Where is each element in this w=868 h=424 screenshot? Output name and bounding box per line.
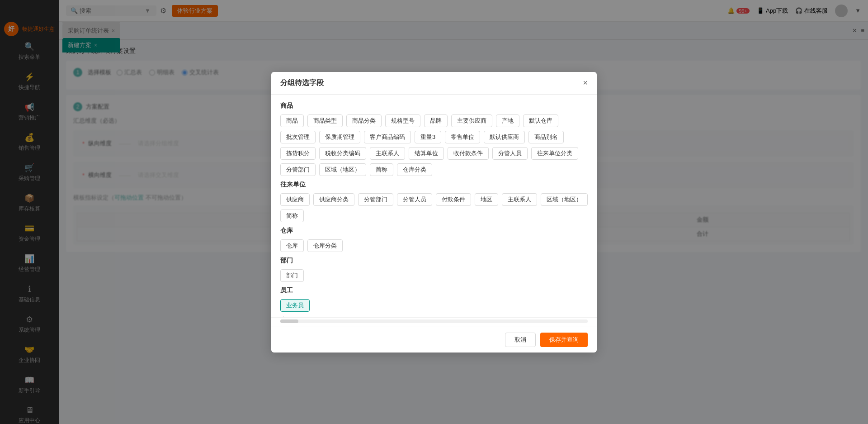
field-tag-goods-10[interactable]: 客户商品编码 <box>364 131 411 143</box>
field-grid-goods: 商品商品类型商品分类规格型号品牌主要供应商产地默认仓库批次管理保质期管理客户商品… <box>280 114 588 176</box>
section-title-goods: 商品 <box>280 102 588 110</box>
field-tag-goods-7[interactable]: 默认仓库 <box>523 114 558 127</box>
field-tag-goods-5[interactable]: 主要供应商 <box>451 114 492 127</box>
section-title-partner: 往来单位 <box>280 181 588 189</box>
field-tag-goods-0[interactable]: 商品 <box>280 114 304 127</box>
field-tag-warehouse-0[interactable]: 仓库 <box>280 239 304 252</box>
field-tag-partner-2[interactable]: 分管部门 <box>358 193 393 206</box>
modal-title: 分组待选字段 <box>280 78 324 88</box>
field-tag-goods-11[interactable]: 重量3 <box>415 131 441 143</box>
field-tag-goods-12[interactable]: 零售单位 <box>445 131 480 143</box>
field-tag-partner-6[interactable]: 主联系人 <box>502 193 537 206</box>
field-tag-partner-1[interactable]: 供应商分类 <box>313 193 354 206</box>
field-tag-partner-4[interactable]: 付款条件 <box>436 193 471 206</box>
field-tag-partner-5[interactable]: 地区 <box>475 193 498 206</box>
modal-close-button[interactable]: × <box>583 78 588 88</box>
field-tag-goods-16[interactable]: 税收分类编码 <box>319 147 366 160</box>
field-tag-partner-8[interactable]: 简称 <box>280 210 304 222</box>
field-tag-goods-8[interactable]: 批次管理 <box>280 131 316 143</box>
field-tag-goods-19[interactable]: 收付款条件 <box>448 147 489 160</box>
field-tag-goods-4[interactable]: 品牌 <box>424 114 448 127</box>
field-tag-goods-15[interactable]: 拣货积分 <box>280 147 316 160</box>
field-tag-partner-3[interactable]: 分管人员 <box>397 193 432 206</box>
field-tag-goods-23[interactable]: 区域（地区） <box>319 163 366 176</box>
field-tag-goods-6[interactable]: 产地 <box>496 114 519 127</box>
field-tag-goods-9[interactable]: 保质期管理 <box>319 131 360 143</box>
field-selection-modal: 分组待选字段 × 商品商品商品类型商品分类规格型号品牌主要供应商产地默认仓库批次… <box>271 72 597 265</box>
field-tag-goods-17[interactable]: 主联系人 <box>370 147 405 160</box>
field-tag-goods-22[interactable]: 分管部门 <box>280 163 316 176</box>
modal-header: 分组待选字段 × <box>271 72 597 95</box>
modal-overlay: 分组待选字段 × 商品商品商品类型商品分类规格型号品牌主要供应商产地默认仓库批次… <box>0 0 868 265</box>
field-tag-goods-24[interactable]: 简称 <box>370 163 393 176</box>
field-tag-goods-25[interactable]: 仓库分类 <box>397 163 432 176</box>
field-tag-goods-14[interactable]: 商品别名 <box>528 131 564 143</box>
field-tag-goods-3[interactable]: 规格型号 <box>385 114 420 127</box>
field-tag-goods-20[interactable]: 分管人员 <box>492 147 528 160</box>
field-tag-goods-18[interactable]: 结算单位 <box>409 147 444 160</box>
field-tag-partner-0[interactable]: 供应商 <box>280 193 310 206</box>
section-title-warehouse: 仓库 <box>280 227 588 235</box>
field-tag-warehouse-1[interactable]: 仓库分类 <box>307 239 343 252</box>
field-tag-partner-7[interactable]: 区域（地区） <box>541 193 588 206</box>
field-tag-goods-13[interactable]: 默认供应商 <box>484 131 525 143</box>
field-tag-goods-21[interactable]: 往来单位分类 <box>531 147 578 160</box>
modal-body: 商品商品商品类型商品分类规格型号品牌主要供应商产地默认仓库批次管理保质期管理客户… <box>271 95 597 265</box>
field-tag-goods-1[interactable]: 商品类型 <box>307 114 343 127</box>
field-grid-partner: 供应商供应商分类分管部门分管人员付款条件地区主联系人区域（地区）简称 <box>280 193 588 222</box>
section-title-department: 部门 <box>280 257 588 265</box>
field-grid-warehouse: 仓库仓库分类 <box>280 239 588 252</box>
field-tag-goods-2[interactable]: 商品分类 <box>346 114 382 127</box>
